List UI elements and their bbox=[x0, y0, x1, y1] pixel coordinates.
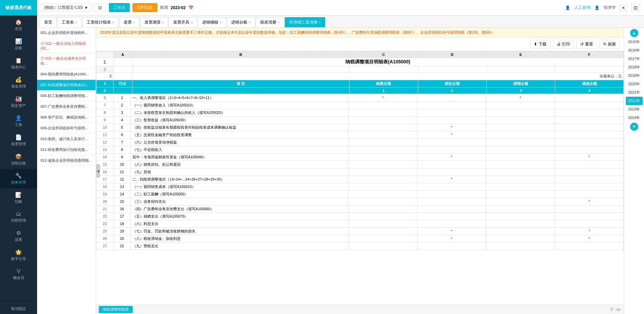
table-row: 7 2 （一）视同销售收入（填写A105010） bbox=[96, 101, 624, 109]
nav-tabs: 首页 工资表 × 工资统计报表 × 发票 × 发票测算 × 发票开具 × 进销稽… bbox=[37, 15, 644, 28]
tab-salary[interactable]: 工资表 × bbox=[57, 17, 82, 27]
year-button[interactable]: 2022年 bbox=[626, 97, 643, 105]
sidebar-item-label: 发票管理 bbox=[11, 142, 26, 147]
left-item-001[interactable]: 001-企业所得税年度纳税申... bbox=[37, 28, 96, 38]
tab-salary-report-close[interactable]: × bbox=[112, 21, 114, 24]
refresh-button[interactable]: ↻ 刷新 bbox=[600, 40, 620, 49]
year-button[interactable]: 2015年 bbox=[626, 38, 643, 46]
sidebar-item-label: 税务管理 bbox=[11, 180, 26, 185]
left-item-011[interactable]: 011-研发费用加计扣除优惠... bbox=[37, 145, 96, 155]
table-header-row2: 5 1 2 3 4 bbox=[96, 87, 624, 94]
tab-invoice-calc[interactable]: 发票测算 × bbox=[140, 17, 168, 27]
left-item-007[interactable]: 007-广告费和业务宣传费附... bbox=[37, 101, 96, 112]
year-button[interactable]: 2019年 bbox=[626, 71, 643, 80]
sidebar-item-inventory[interactable]: 📦 进销台账 bbox=[0, 150, 37, 169]
support-label[interactable]: 人工咨询 bbox=[574, 5, 590, 10]
settings-icon: ⚙ bbox=[16, 230, 21, 236]
window-pin-button[interactable]: ⊡ bbox=[631, 4, 640, 11]
left-item-005[interactable]: 005-纳税调整项目明细表(A1... bbox=[37, 80, 96, 91]
print-button[interactable]: 🖨 打印 bbox=[553, 40, 574, 49]
year-button[interactable]: 2020年 bbox=[626, 80, 643, 88]
spreadsheet-table: A B C D E F 1 纳税调整项目明细表(A1 bbox=[96, 51, 624, 94]
left-item-006[interactable]: 006-职工薪酬纳税调整明细... bbox=[37, 91, 96, 101]
company-selector[interactable]: (物副）江西股宝-LSS ▼ bbox=[41, 3, 91, 12]
sidebar-item-reports[interactable]: 📋 报表中心 bbox=[0, 54, 37, 73]
table-row: 26 20 （八）税收滞纳金、加收利息 * * bbox=[96, 235, 624, 242]
left-item-004[interactable]: 004-期间费用明细表(A1040... bbox=[37, 69, 96, 80]
sidebar-pin[interactable]: 取消固定 bbox=[0, 303, 37, 314]
sidebar-item-member[interactable]: V 畅会员 bbox=[0, 265, 37, 284]
year-button[interactable]: 2016年 bbox=[626, 46, 643, 55]
spreadsheet-container[interactable]: A B C D E F 1 纳税调整项目明细表(A1 bbox=[96, 51, 624, 305]
tab-purchase-check-close[interactable]: × bbox=[220, 21, 222, 24]
sidebar-item-label: 设置 bbox=[15, 237, 22, 242]
download-button[interactable]: ⬇ 下载 bbox=[530, 40, 550, 49]
workspace-button[interactable]: 工作台 bbox=[109, 3, 130, 12]
reset-button[interactable]: ↺ 重置 bbox=[577, 40, 597, 49]
sidebar-item-label: 新手引导 bbox=[11, 256, 26, 261]
year-down-button[interactable]: ▼ bbox=[630, 123, 638, 131]
bottom-sheet-bar: 纳税调整明细表 ⠿ ◁▷ bbox=[96, 305, 624, 314]
tab-salary-report[interactable]: 工资统计报表 × bbox=[82, 17, 119, 27]
tab-purchase-check[interactable]: 进销稽核 × bbox=[198, 17, 226, 27]
table-title-row: 1 纳税调整项目明细表(A105000) bbox=[96, 58, 624, 66]
sidebar-item-label: 进销台账 bbox=[11, 161, 26, 166]
table-row: 21 16 （四）广告费和业务宣传费支出（填写A105060） bbox=[96, 205, 624, 213]
year-button[interactable]: 2018年 bbox=[626, 63, 643, 71]
table-row: 19 14 （二）职工薪酬（填写A105050） bbox=[96, 190, 624, 198]
sidebar-item-close-account[interactable]: 📝 结账 bbox=[0, 188, 37, 208]
tab-purchase-ledger[interactable]: 进销台账 × bbox=[227, 17, 255, 27]
tab-salary-close[interactable]: × bbox=[75, 21, 77, 24]
left-item-009[interactable]: 009-企业所得税弥补亏损明... bbox=[37, 123, 96, 134]
table-row: 13 8 （七）不征税收入 bbox=[96, 146, 624, 153]
sidebar-item-finance[interactable]: 💰 资金管理 bbox=[0, 73, 37, 92]
sidebar-item-archive[interactable]: 🗂 归档管理 bbox=[0, 208, 37, 226]
right-year-panel: ▲ 2015年2016年2017年2018年2019年2020年2021年202… bbox=[624, 28, 644, 314]
year-button[interactable]: 2023年 bbox=[626, 105, 643, 114]
year-up-button[interactable]: ▲ bbox=[630, 29, 638, 37]
sidebar-item-settings[interactable]: ⚙ 设置 bbox=[0, 226, 37, 246]
copy-btn[interactable]: ⊡ bbox=[94, 4, 106, 12]
sidebar-item-assets[interactable]: 🏭 固定资产 bbox=[0, 92, 37, 112]
left-item-008[interactable]: 008-资产折旧、摊销及纳税... bbox=[37, 112, 96, 123]
sidebar-item-tax[interactable]: 🔧 税务管理 bbox=[0, 169, 37, 188]
window-close-button[interactable]: × bbox=[620, 4, 627, 11]
user-avatar: 👤 bbox=[594, 5, 600, 10]
left-item-012[interactable]: 012-减免企业所得税优惠明细... bbox=[37, 155, 96, 166]
sidebar-item-guide[interactable]: 🌟 新手引导 bbox=[0, 246, 37, 265]
collapse-panel-btn[interactable]: ◀ bbox=[96, 164, 100, 178]
tab-invoice-issue[interactable]: 发票开具 × bbox=[169, 17, 197, 27]
tab-invoice[interactable]: 发票 × bbox=[119, 17, 140, 27]
assets-icon: 🏭 bbox=[15, 96, 22, 102]
archive-icon: 🗂 bbox=[16, 211, 21, 217]
year-button[interactable]: 2024年 bbox=[626, 114, 643, 122]
col-header-f: F bbox=[555, 51, 624, 58]
period-label: 账期 bbox=[160, 5, 168, 10]
left-item-003[interactable]: ◎ 003-一般企业成本支出明细... bbox=[37, 53, 96, 69]
chevron-down-icon: ▼ bbox=[84, 5, 88, 10]
tab-home[interactable]: 首页 bbox=[40, 17, 57, 27]
sidebar-item-label: 资金管理 bbox=[11, 84, 26, 89]
tab-tax-clearance-close[interactable]: × bbox=[278, 21, 280, 24]
year-button[interactable]: 2021年 bbox=[626, 88, 643, 97]
salary-icon: 👤 bbox=[15, 115, 22, 121]
left-item-010[interactable]: 010-免税、减计收入及加计... bbox=[37, 134, 96, 145]
sidebar-item-invoice[interactable]: 📄 发票管理 bbox=[0, 131, 37, 150]
left-item-002[interactable]: ◎ 002-一般企业收入明细表(A1... bbox=[37, 38, 96, 53]
tab-tax-clearance[interactable]: 税表清册 × bbox=[256, 17, 284, 27]
sidebar-item-ledger[interactable]: 📊 总账 bbox=[0, 35, 37, 54]
sidebar-item-salary[interactable]: 👤 工资 bbox=[0, 112, 37, 131]
tab-income-tax-close[interactable]: × bbox=[319, 21, 321, 24]
table-unit: 全额单位：元 bbox=[132, 72, 623, 80]
switch-old-button[interactable]: 切到旧版 bbox=[132, 3, 157, 12]
sheet-tab-main[interactable]: 纳税调整明细表 bbox=[99, 306, 133, 313]
tab-income-tax[interactable]: 所得税汇算清缴 × bbox=[285, 17, 325, 27]
sidebar-item-home[interactable]: 🏠 首页 bbox=[0, 15, 37, 35]
tab-invoice-close[interactable]: × bbox=[133, 21, 135, 24]
tab-invoice-calc-close[interactable]: × bbox=[162, 21, 164, 24]
pin-label: 取消固定 bbox=[11, 307, 26, 311]
year-button[interactable]: 2017年 bbox=[626, 55, 643, 63]
table-row: 6 1 一、收入类调整项目（2+3+4+5+6+7+8+10+11） * * bbox=[96, 94, 624, 101]
tab-purchase-ledger-close[interactable]: × bbox=[249, 21, 251, 24]
tab-invoice-issue-close[interactable]: × bbox=[191, 21, 193, 24]
